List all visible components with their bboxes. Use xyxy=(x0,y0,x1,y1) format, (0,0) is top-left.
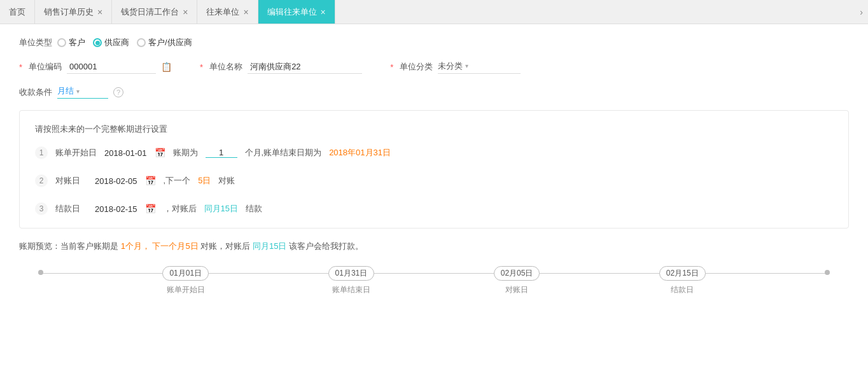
timeline-section: 01月01日 账单开始日 01月31日 账单结束日 02月05日 对账日 02月… xyxy=(19,266,849,295)
payment-condition-value: 月结 xyxy=(57,85,74,97)
tab-cash-work-close[interactable]: × xyxy=(183,8,188,17)
period-row-2: 2 对账日 2018-02-05 📅 ,下一个 5日 对账 xyxy=(35,174,833,187)
timeline-node-1-label: 账单开始日 xyxy=(167,285,205,295)
period-payment-date: 2018-02-15 xyxy=(95,204,137,214)
unit-code-input[interactable] xyxy=(67,60,156,74)
unit-category-value: 未分类 xyxy=(438,60,463,72)
period-reconcile-calendar[interactable]: 📅 xyxy=(145,176,156,186)
period-row-3-num: 3 xyxy=(35,202,48,215)
unit-category-select[interactable]: 未分类 ▾ xyxy=(438,60,521,74)
period-payment-calendar[interactable]: 📅 xyxy=(145,204,156,214)
tab-cash-work-label: 钱货日清工作台 xyxy=(121,6,179,18)
unit-code-label: 单位编码 xyxy=(29,61,62,73)
period-row-2-prefix: ,下一个 xyxy=(164,175,191,186)
unit-type-row: 单位类型 客户 供应商 客户/供应商 xyxy=(19,37,849,48)
tab-partner-units-label: 往来单位 xyxy=(206,6,239,18)
payment-condition-row: 收款条件 月结 ▾ ? xyxy=(19,85,849,99)
preview-part1: 1个月， xyxy=(121,241,150,251)
tab-edit-partner[interactable]: 编辑往来单位 × xyxy=(258,0,335,24)
preview-section: 账期预览：当前客户账期是 1个月， 下一个月5日 对账，对账后 同月15日 该客… xyxy=(19,239,849,253)
unit-type-item: 单位类型 客户 供应商 客户/供应商 xyxy=(19,37,192,48)
period-months-input[interactable] xyxy=(206,148,237,158)
timeline-node-1: 01月01日 账单开始日 xyxy=(162,266,209,295)
period-row-2-highlight: 5日 xyxy=(198,175,211,186)
radio-both-circle xyxy=(137,38,146,47)
timeline-right-endpoint xyxy=(825,270,830,275)
unit-code-item: * 单位编码 📋 xyxy=(19,60,172,74)
radio-both[interactable]: 客户/供应商 xyxy=(137,37,192,48)
period-reconcile-date: 2018-02-05 xyxy=(95,176,137,186)
timeline-right-dot xyxy=(825,270,830,275)
period-row-1-num: 1 xyxy=(35,146,48,159)
period-row-3-suffix: 结款 xyxy=(246,203,262,215)
period-title: 请按照未来的一个完整帐期进行设置 xyxy=(35,123,833,135)
timeline-node-4: 02月15日 结款日 xyxy=(659,266,706,295)
unit-category-chevron: ▾ xyxy=(465,62,468,69)
unit-name-label: 单位名称 xyxy=(209,61,242,73)
tabs-more-arrow[interactable]: › xyxy=(855,0,868,24)
help-icon[interactable]: ? xyxy=(113,87,123,97)
period-row-3-highlight: 同月15日 xyxy=(204,203,238,215)
payment-condition-select[interactable]: 月结 ▾ xyxy=(57,85,108,99)
timeline-left-endpoint xyxy=(38,270,43,275)
radio-customer[interactable]: 客户 xyxy=(57,37,85,48)
tab-sales-history-close[interactable]: × xyxy=(97,8,102,17)
unit-type-label: 单位类型 xyxy=(19,37,52,48)
period-row-3: 3 结款日 2018-02-15 📅 ，对账后 同月15日 结款 xyxy=(35,202,833,215)
timeline-node-2-date: 01月31日 xyxy=(328,266,375,281)
unit-category-label: 单位分类 xyxy=(400,61,433,73)
radio-customer-circle xyxy=(57,38,66,47)
tab-edit-partner-label: 编辑往来单位 xyxy=(267,6,317,18)
period-row-2-suffix: 对账 xyxy=(218,175,235,186)
unit-info-row: * 单位编码 📋 * 单位名称 * 单位分类 未分类 ▾ xyxy=(19,60,849,74)
tabs-bar: 首页 销售订单历史 × 钱货日清工作台 × 往来单位 × 编辑往来单位 × › xyxy=(0,0,868,24)
radio-supplier-label: 供应商 xyxy=(104,37,129,48)
payment-condition-label: 收款条件 xyxy=(19,87,52,98)
radio-supplier[interactable]: 供应商 xyxy=(93,37,129,48)
tab-partner-units-close[interactable]: × xyxy=(243,8,248,17)
unit-category-item: * 单位分类 未分类 ▾ xyxy=(390,60,521,74)
unit-name-input[interactable] xyxy=(248,60,362,74)
period-row-3-prefix: ，对账后 xyxy=(164,203,197,215)
period-row-1-label: 账单开始日 xyxy=(55,147,97,158)
preview-middle: 对账，对账后 xyxy=(200,241,250,251)
timeline-node-2-label: 账单结束日 xyxy=(332,285,370,295)
tab-home[interactable]: 首页 xyxy=(0,0,35,24)
unit-code-icon[interactable]: 📋 xyxy=(161,62,172,72)
period-row-1-mid-label: 账期为 xyxy=(173,147,198,158)
tab-sales-history-label: 销售订单历史 xyxy=(44,6,94,18)
period-settings-box: 请按照未来的一个完整帐期进行设置 1 账单开始日 2018-01-01 📅 账期… xyxy=(19,110,849,229)
tab-edit-partner-close[interactable]: × xyxy=(321,8,326,17)
timeline-node-3-label: 对账日 xyxy=(505,285,528,295)
timeline-node-4-date: 02月15日 xyxy=(659,266,706,281)
radio-both-label: 客户/供应商 xyxy=(148,37,192,48)
period-end-date-highlight: 2018年01月31日 xyxy=(329,147,391,158)
timeline-node-3-date: 02月05日 xyxy=(494,266,540,281)
unit-type-radio-group: 客户 供应商 客户/供应商 xyxy=(57,37,192,48)
radio-customer-label: 客户 xyxy=(69,37,85,48)
period-row-2-num: 2 xyxy=(35,174,48,187)
timeline-left-dot xyxy=(38,270,43,275)
period-row-2-label: 对账日 xyxy=(55,175,87,186)
timeline-node-4-label: 结款日 xyxy=(671,285,694,295)
preview-part2: 下一个月5日 xyxy=(152,241,198,251)
preview-prefix: 账期预览：当前客户账期是 xyxy=(19,241,118,251)
preview-suffix: 该客户会给我打款。 xyxy=(289,241,363,251)
tab-partner-units[interactable]: 往来单位 × xyxy=(197,0,258,24)
preview-part3: 同月15日 xyxy=(253,241,286,251)
period-row-1-suffix: 个月,账单结束日期为 xyxy=(245,147,322,158)
tab-cash-work[interactable]: 钱货日清工作台 × xyxy=(112,0,197,24)
payment-condition-item: 收款条件 月结 ▾ ? xyxy=(19,85,123,99)
tab-home-label: 首页 xyxy=(9,6,25,18)
period-row-3-label: 结款日 xyxy=(55,203,87,215)
radio-supplier-circle xyxy=(93,38,102,47)
page-content: 单位类型 客户 供应商 客户/供应商 * 单位编码 xyxy=(0,24,868,387)
payment-condition-chevron: ▾ xyxy=(76,88,80,95)
period-start-calendar[interactable]: 📅 xyxy=(155,148,165,158)
timeline-nodes: 01月01日 账单开始日 01月31日 账单结束日 02月05日 对账日 02月… xyxy=(32,266,836,295)
unit-name-item: * 单位名称 xyxy=(200,60,362,74)
timeline-node-1-date: 01月01日 xyxy=(162,266,209,281)
timeline-node-3: 02月05日 对账日 xyxy=(494,266,540,295)
period-start-date: 2018-01-01 xyxy=(104,148,147,158)
tab-sales-history[interactable]: 销售订单历史 × xyxy=(35,0,112,24)
